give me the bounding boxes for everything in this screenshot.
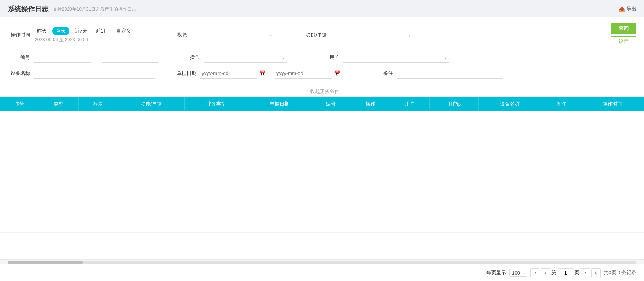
scrollbar-row [0,259,644,264]
col-module: 模块 [79,97,118,111]
settings-button[interactable]: 设置 [611,36,636,47]
calendar-icon-end[interactable]: 📅 [334,70,340,76]
filter-row-2: 编号 — 操作 ⌄ 用户 [8,52,636,63]
col-biz-type: 业务类型 [185,97,248,111]
table-header-row: 序号 类型 模块 功能/单据 业务类型 单据日期 编号 操作 用户 用户ip 设… [0,97,644,111]
func-select[interactable] [330,29,414,40]
user-select-wrapper: ⌄ [343,52,449,63]
time-range-text: 2023-06-06 至 2023-06-06 [35,37,134,43]
col-user-ip: 用户ip [429,97,478,111]
col-func: 功能/单据 [118,97,184,111]
pagination-bar: 每页显示 50 100 200 500 ⌄ |‹ ‹ 第 页 › ›| 共0页,… [0,264,644,281]
page-size-wrapper: 50 100 200 500 ⌄ [509,269,527,277]
number-range: — [34,52,158,63]
page-unit: 页 [575,269,579,276]
export-icon: 📤 [619,6,625,12]
date-input-end[interactable] [275,68,332,79]
empty-row [0,111,644,232]
time-btn-7days[interactable]: 近7天 [72,27,90,35]
date-input-start[interactable] [200,68,257,79]
time-label: 操作时间 [8,31,34,38]
page-size-select[interactable]: 50 100 200 500 [509,269,527,277]
col-doc-date: 单据日期 [248,97,311,111]
module-label: 模块 [164,31,191,38]
date-sep: — [268,71,273,76]
col-operation: 操作 [351,97,390,111]
data-table: 序号 类型 模块 功能/单据 业务类型 单据日期 编号 操作 用户 用户ip 设… [0,97,644,233]
module-select-wrapper: ⌄ [191,29,274,40]
export-button[interactable]: 📤 导出 [619,6,636,12]
table-body [0,111,644,232]
operation-select[interactable] [204,52,287,63]
export-label: 导出 [627,6,636,12]
user-label: 用户 [317,54,343,61]
col-type: 类型 [39,97,78,111]
doc-date-wrapper: 📅 — 📅 [200,68,340,79]
scrollbar-track [8,261,636,264]
time-btn-yesterday[interactable]: 昨天 [34,27,50,35]
module-select[interactable] [191,29,274,40]
col-user: 用户 [390,97,429,111]
doc-date-label: 单据日期 [174,70,200,77]
collapse-row: ⌃ 收起更多条件 [0,85,644,97]
page-subtitle: 支持2020年10月31日之后产生的操作日志 [53,6,136,12]
action-buttons: 查询 设置 [611,23,636,47]
nav-last-button[interactable]: ›| [591,268,601,277]
time-btn-1month[interactable]: 近1月 [93,27,111,35]
number-label: 编号 [8,54,34,61]
remark-input[interactable] [397,68,503,79]
table-wrapper: 序号 类型 模块 功能/单据 业务类型 单据日期 编号 操作 用户 用户ip 设… [0,97,644,259]
filter-area: 操作时间 昨天 今天 近7天 近1月 自定义 2023-06-06 至 2023… [0,17,644,85]
total-text: 共0页, 0条记录 [604,269,636,276]
collapse-label: 收起更多条件 [310,88,340,95]
table-header: 序号 类型 模块 功能/单据 业务类型 单据日期 编号 操作 用户 用户ip 设… [0,97,644,111]
col-remark: 备注 [542,97,581,111]
scrollbar-thumb[interactable] [8,261,83,264]
operation-select-wrapper: ⌄ [204,52,287,63]
empty-cell [0,111,644,232]
remark-label: 备注 [371,70,397,77]
time-btn-today[interactable]: 今天 [52,27,69,35]
col-op-time: 操作时间 [581,97,644,111]
nav-prev-button[interactable]: ‹ [541,268,550,277]
page-input-group: 第 页 [551,268,579,277]
func-label: 功能/单据 [304,31,330,38]
filter-row-1: 操作时间 昨天 今天 近7天 近1月 自定义 2023-06-06 至 2023… [8,23,636,47]
col-seq: 序号 [0,97,39,111]
filter-row-3: 设备名称 单据日期 📅 — 📅 备注 [8,68,636,79]
chevron-up-icon: ⌃ [305,89,309,94]
time-filter: 昨天 今天 近7天 近1月 自定义 2023-06-06 至 2023-06-0… [34,27,134,43]
page-number-input[interactable] [558,268,573,277]
number-sep: — [94,55,99,61]
time-buttons: 昨天 今天 近7天 近1月 自定义 [34,27,134,35]
number-input-start[interactable] [34,52,91,63]
page-title: 系统操作日志 [8,5,48,14]
calendar-icon-start[interactable]: 📅 [259,70,266,76]
col-device: 设备名称 [478,97,542,111]
nav-next-button[interactable]: › [581,268,590,277]
time-btn-custom[interactable]: 自定义 [113,27,134,35]
func-select-wrapper: ⌄ [330,29,414,40]
col-number: 编号 [311,97,351,111]
query-button[interactable]: 查询 [611,23,636,34]
number-input-end[interactable] [102,52,158,63]
nav-first-button[interactable]: |‹ [530,268,539,277]
page-label: 第 [551,269,556,276]
device-label: 设备名称 [8,70,34,77]
page-size-label: 每页显示 [486,269,506,276]
collapse-button[interactable]: ⌃ 收起更多条件 [305,88,340,95]
operation-label: 操作 [177,54,204,61]
user-select[interactable] [343,52,449,63]
pagination-nav: |‹ ‹ 第 页 › ›| [530,268,601,277]
page-header: 系统操作日志 支持2020年10月31日之后产生的操作日志 📤 导出 [0,0,644,17]
page-wrapper: 系统操作日志 支持2020年10月31日之后产生的操作日志 📤 导出 操作时间 … [0,0,644,281]
device-input[interactable] [34,68,155,79]
